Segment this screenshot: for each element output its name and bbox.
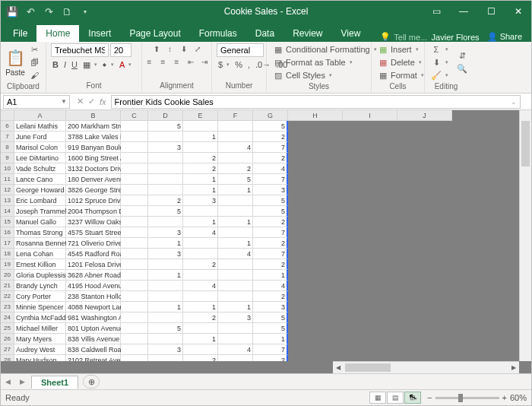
- table-row[interactable]: 17Rosanna Bennett721 Oliverio Drive112: [1, 238, 452, 249]
- cell[interactable]: [121, 323, 148, 334]
- cell[interactable]: [343, 355, 397, 361]
- cell[interactable]: [121, 259, 148, 270]
- cell[interactable]: 3: [253, 185, 288, 195]
- row-header[interactable]: 9: [1, 153, 14, 163]
- cell[interactable]: 3: [148, 249, 183, 259]
- tab-file[interactable]: File: [4, 25, 36, 42]
- cell[interactable]: 4195 Hood Avenue: [66, 281, 121, 291]
- cell[interactable]: 3: [148, 142, 183, 153]
- cell[interactable]: Cynthia McFadden: [14, 312, 66, 323]
- cell[interactable]: 5: [253, 121, 288, 132]
- cell[interactable]: [218, 291, 253, 302]
- cell[interactable]: [121, 132, 148, 142]
- cell[interactable]: [343, 227, 397, 238]
- confirm-entry-icon[interactable]: ✓: [88, 97, 95, 106]
- new-sheet-button[interactable]: ⊕: [83, 375, 100, 389]
- table-row[interactable]: 11Lance Cano180 Denver Avenue157: [1, 174, 452, 185]
- cell[interactable]: [288, 174, 343, 185]
- clear-button[interactable]: 🧹▾: [429, 69, 450, 81]
- row-header[interactable]: 6: [1, 121, 14, 132]
- format-cells-button[interactable]: ▦Format▾: [376, 69, 426, 81]
- align-left-button[interactable]: ≡: [143, 56, 156, 68]
- cell[interactable]: Lena Cohan: [14, 249, 66, 259]
- new-icon[interactable]: 🗋: [59, 3, 75, 20]
- tell-me[interactable]: 💡Tell me...: [380, 32, 427, 42]
- cell[interactable]: [397, 163, 452, 174]
- cell[interactable]: Brandy Lynch: [14, 281, 66, 291]
- cell[interactable]: [397, 238, 452, 249]
- cell[interactable]: [218, 355, 253, 361]
- cell[interactable]: Mary Myers: [14, 334, 66, 344]
- cell[interactable]: [121, 153, 148, 163]
- zoom-out-button[interactable]: −: [427, 393, 432, 402]
- view-page-layout-button[interactable]: ▤: [387, 392, 404, 404]
- scroll-left-icon[interactable]: ◀: [333, 363, 344, 373]
- cell[interactable]: Lance Cano: [14, 174, 66, 185]
- cell[interactable]: [121, 270, 148, 281]
- column-headers[interactable]: ABCDEFGHIJ: [1, 110, 452, 121]
- col-header[interactable]: B: [66, 110, 121, 121]
- save-icon[interactable]: 💾: [4, 3, 21, 20]
- maximize-icon[interactable]: ☐: [478, 1, 504, 22]
- cell[interactable]: [218, 121, 253, 132]
- cell[interactable]: 1: [218, 185, 253, 195]
- cell[interactable]: [343, 153, 397, 163]
- cell[interactable]: 7: [253, 249, 288, 259]
- row-header[interactable]: 10: [1, 163, 14, 174]
- cell[interactable]: [343, 163, 397, 174]
- table-row[interactable]: 19Ernest Killion1201 Felosa Drive22: [1, 259, 452, 270]
- fill-color-button[interactable]: 🞙▾: [101, 59, 116, 71]
- align-center-button[interactable]: ≡: [157, 56, 169, 68]
- cell[interactable]: [288, 217, 343, 227]
- cell[interactable]: [183, 344, 218, 355]
- row-header[interactable]: 16: [1, 227, 14, 238]
- cell[interactable]: [288, 132, 343, 142]
- cell[interactable]: [343, 121, 397, 132]
- cell[interactable]: [343, 323, 397, 334]
- cell[interactable]: [397, 281, 452, 291]
- row-header[interactable]: 14: [1, 206, 14, 217]
- cell[interactable]: 1: [253, 334, 288, 344]
- cell[interactable]: 1: [183, 217, 218, 227]
- cell[interactable]: 1: [218, 238, 253, 249]
- cell[interactable]: 1: [148, 270, 183, 281]
- cell[interactable]: [148, 153, 183, 163]
- cell[interactable]: 4: [218, 142, 253, 153]
- cell[interactable]: Audrey West: [14, 344, 66, 355]
- cell[interactable]: [121, 185, 148, 195]
- cell[interactable]: [397, 195, 452, 206]
- table-row[interactable]: 12George Howard3826 George Street113: [1, 185, 452, 195]
- row-header[interactable]: 22: [1, 291, 14, 302]
- autosum-button[interactable]: Σ▾: [429, 43, 450, 56]
- cell[interactable]: [397, 153, 452, 163]
- copy-button[interactable]: 🗐: [27, 56, 41, 68]
- cell[interactable]: [121, 227, 148, 238]
- table-row[interactable]: 28Mary Hudson2102 Retreat Avenue22: [1, 355, 452, 361]
- cell[interactable]: [397, 259, 452, 270]
- cell[interactable]: [121, 302, 148, 312]
- cell[interactable]: [148, 334, 183, 344]
- cell[interactable]: Joseph Trammell: [14, 206, 66, 217]
- cell[interactable]: Eric Lombard: [14, 195, 66, 206]
- zoom-slider[interactable]: [435, 397, 499, 399]
- chevron-down-icon[interactable]: ▼: [61, 98, 67, 105]
- cell[interactable]: 2: [253, 291, 288, 302]
- tab-home[interactable]: Home: [36, 25, 79, 42]
- cell[interactable]: 5: [148, 121, 183, 132]
- cell[interactable]: Michael Miller: [14, 323, 66, 334]
- cell[interactable]: 3788 Lake Vales Lane: [66, 132, 121, 142]
- align-middle-button[interactable]: ↕: [163, 43, 176, 55]
- cell[interactable]: [397, 291, 452, 302]
- redo-icon[interactable]: ↷: [40, 3, 57, 20]
- cell[interactable]: 4: [218, 344, 253, 355]
- cell[interactable]: [288, 344, 343, 355]
- cell[interactable]: [218, 206, 253, 217]
- cell[interactable]: [343, 281, 397, 291]
- col-header[interactable]: C: [121, 110, 148, 121]
- worksheet-area[interactable]: Page 1 ABCDEFGHIJ 6Leilani Mathis200 Mar…: [1, 110, 531, 373]
- cell[interactable]: 721 Oliverio Drive: [66, 238, 121, 249]
- cell[interactable]: 4575 Stuart Street: [66, 227, 121, 238]
- cell[interactable]: [288, 291, 343, 302]
- cell[interactable]: 200 Markham Street: [66, 121, 121, 132]
- align-right-button[interactable]: ≡: [170, 56, 183, 68]
